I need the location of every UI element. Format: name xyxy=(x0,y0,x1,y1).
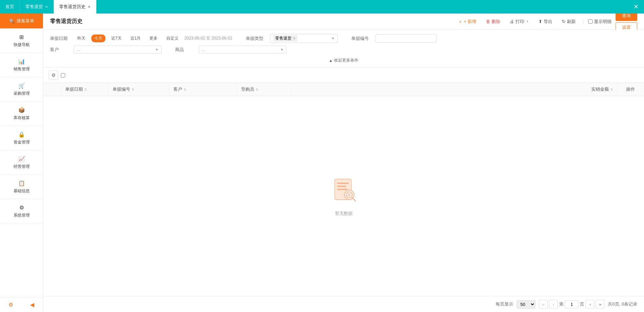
new-button[interactable]: ＋ + 新增 xyxy=(455,17,479,26)
date-btn-1month[interactable]: 近1月 xyxy=(127,35,144,42)
customer-select[interactable]: ... ▼ xyxy=(74,46,162,53)
th-no-sort-icon: ⇅ xyxy=(132,88,134,91)
doc-type-tag-close[interactable]: ✕ xyxy=(293,37,295,40)
table-settings-button[interactable]: ⚙ xyxy=(49,70,58,80)
date-btn-7days[interactable]: 近7天 xyxy=(108,35,125,42)
tab-list: 首页 零售退货 ✕ 零售退货历史 ✕ xyxy=(0,0,628,14)
product-dropdown-icon: ▼ xyxy=(280,48,284,51)
show-detail-label: 显示明细 xyxy=(594,19,612,25)
select-all-checkbox[interactable] xyxy=(61,73,65,77)
export-button[interactable]: ⬆ 导出 xyxy=(536,17,555,26)
tab-retail-return-history-label: 零售退货历史 xyxy=(59,4,86,10)
doc-no-input[interactable] xyxy=(376,34,436,43)
th-amount[interactable]: 实销金额 ⇅ xyxy=(291,83,617,96)
empty-state: 暂无数据 xyxy=(43,96,644,296)
operations-icon: 📈 xyxy=(18,155,25,162)
tab-retail-return[interactable]: 零售退货 ✕ xyxy=(20,0,54,14)
th-date-label: 单据日期 xyxy=(65,86,83,92)
refresh-label: 刷新 xyxy=(567,19,576,25)
gear-icon: ⚙ xyxy=(51,72,56,78)
sidebar-item-operations[interactable]: 📈 经营管理 xyxy=(0,150,43,175)
data-table-full: 单据日期 ⇅ 单据编号 ⇅ 客户 xyxy=(43,83,644,96)
page-prev-button[interactable]: ‹ xyxy=(549,300,558,309)
doc-type-select[interactable]: 零售退货 ✕ ▼ xyxy=(270,34,338,43)
tab-retail-return-close[interactable]: ✕ xyxy=(45,5,48,9)
tab-retail-return-history-close[interactable]: ✕ xyxy=(88,5,91,9)
new-label: + 新增 xyxy=(464,19,476,25)
page-input[interactable] xyxy=(565,300,578,308)
doc-no-label: 单据编号 xyxy=(351,36,369,42)
inventory-icon: 📦 xyxy=(18,106,25,114)
export-icon: ⬆ xyxy=(539,19,542,24)
date-filter-label: 单据日期 xyxy=(50,36,68,42)
th-guide[interactable]: 导购员 ⇅ xyxy=(237,83,291,96)
show-detail-checkbox-label[interactable]: 显示明细 xyxy=(588,19,612,25)
header-divider xyxy=(583,19,583,24)
main-layout: 🔍 搜索菜单 ⊞ 快捷导航 📊 销售管理 🛒 采购管理 📦 库存核算 🔒 资金管… xyxy=(0,14,644,312)
date-range-display: 2023-06-02 至 2023-06-02 xyxy=(184,36,232,41)
delete-button[interactable]: 🗑 删除 xyxy=(483,17,503,26)
sidebar-search[interactable]: 🔍 搜索菜单 xyxy=(0,14,43,28)
sidebar-item-finance[interactable]: 🔒 资金管理 xyxy=(0,126,43,150)
show-detail-checkbox[interactable] xyxy=(588,19,593,24)
th-no[interactable]: 单据编号 ⇅ xyxy=(108,83,169,96)
print-button[interactable]: 🖨 打印 ▼ xyxy=(507,17,532,26)
date-btn-today[interactable]: 今天 xyxy=(91,35,105,42)
product-select[interactable]: ... ▼ xyxy=(199,46,287,53)
sidebar-item-base-info-label: 基础信息 xyxy=(14,188,30,194)
th-date[interactable]: 单据日期 ⇅ xyxy=(61,83,108,96)
page-header: 零售退货历史 ＋ + 新增 🗑 删除 🖨 打印 ▼ ⬆ 导出 xyxy=(43,14,644,30)
sidebar-search-label: 搜索菜单 xyxy=(17,18,34,24)
sidebar-collapse-button[interactable]: ◀ xyxy=(22,297,43,312)
doc-type-tag-retail-return: 零售退货 ✕ xyxy=(273,35,297,42)
sidebar-item-purchase-mgmt[interactable]: 🛒 采购管理 xyxy=(0,77,43,102)
page-nav: « ‹ 第 页 › » xyxy=(539,300,604,309)
page-title: 零售退货历史 xyxy=(50,18,82,25)
customer-dropdown-icon: ▼ xyxy=(155,48,159,51)
collapse-button[interactable]: ▲ 收起更多条件 xyxy=(50,56,637,65)
window-close-button[interactable]: ✕ xyxy=(628,3,644,10)
delete-icon: 🗑 xyxy=(486,19,490,24)
page-size-select[interactable]: 50 100 200 xyxy=(517,300,535,309)
search-icon: 🔍 xyxy=(9,19,15,24)
sidebar-item-quick-nav[interactable]: ⊞ 快捷导航 xyxy=(0,28,43,53)
sidebar-item-sys-mgmt[interactable]: ⚙ 系统管理 xyxy=(0,199,43,223)
svg-rect-1 xyxy=(337,182,349,184)
print-dropdown-icon: ▼ xyxy=(526,20,529,23)
refresh-icon: ↻ xyxy=(562,19,566,24)
table-container: ⚙ xyxy=(43,68,644,296)
date-btn-more[interactable]: 更多 xyxy=(146,35,161,42)
quick-nav-icon: ⊞ xyxy=(18,33,25,41)
th-guide-label: 导购员 xyxy=(241,86,254,92)
sidebar-item-base-info[interactable]: 📋 基础信息 xyxy=(0,175,43,199)
sidebar: 🔍 搜索菜单 ⊞ 快捷导航 📊 销售管理 🛒 采购管理 📦 库存核算 🔒 资金管… xyxy=(0,14,43,312)
sidebar-item-sys-mgmt-label: 系统管理 xyxy=(14,213,30,218)
page-first-button[interactable]: « xyxy=(539,300,548,309)
purchase-mgmt-icon: 🛒 xyxy=(18,82,25,89)
page-next-button[interactable]: › xyxy=(586,300,594,309)
filter-row-2: 客户 ... ▼ 商品 ... ▼ xyxy=(50,46,637,53)
sidebar-item-sales-mgmt[interactable]: 📊 销售管理 xyxy=(0,53,43,77)
empty-icon xyxy=(329,176,359,206)
collapse-label: 收起更多条件 xyxy=(334,58,358,63)
date-btn-custom[interactable]: 自定义 xyxy=(163,35,182,42)
th-customer[interactable]: 客户 ⇅ xyxy=(169,83,237,96)
page-unit: 页 xyxy=(580,301,584,307)
finance-icon: 🔒 xyxy=(18,131,25,138)
th-action-label: 操作 xyxy=(626,87,635,92)
sidebar-settings-button[interactable]: ⚙ xyxy=(0,297,22,312)
export-label: 导出 xyxy=(544,19,552,25)
page-last-button[interactable]: » xyxy=(596,300,604,309)
th-checkbox xyxy=(43,83,61,96)
tab-home[interactable]: 首页 xyxy=(0,0,20,14)
sidebar-item-inventory-label: 库存核算 xyxy=(14,115,30,121)
sys-mgmt-icon: ⚙ xyxy=(18,204,25,211)
svg-line-6 xyxy=(352,198,355,201)
tab-retail-return-history[interactable]: 零售退货历史 ✕ xyxy=(54,0,96,14)
date-btn-yesterday[interactable]: 昨天 xyxy=(74,35,89,42)
settings-icon: ⚙ xyxy=(8,302,13,308)
th-guide-sort-icon: ⇅ xyxy=(256,88,258,91)
sidebar-item-inventory[interactable]: 📦 库存核算 xyxy=(0,102,43,126)
refresh-button[interactable]: ↻ 刷新 xyxy=(559,17,578,26)
query-button[interactable]: 查询 xyxy=(616,14,637,21)
